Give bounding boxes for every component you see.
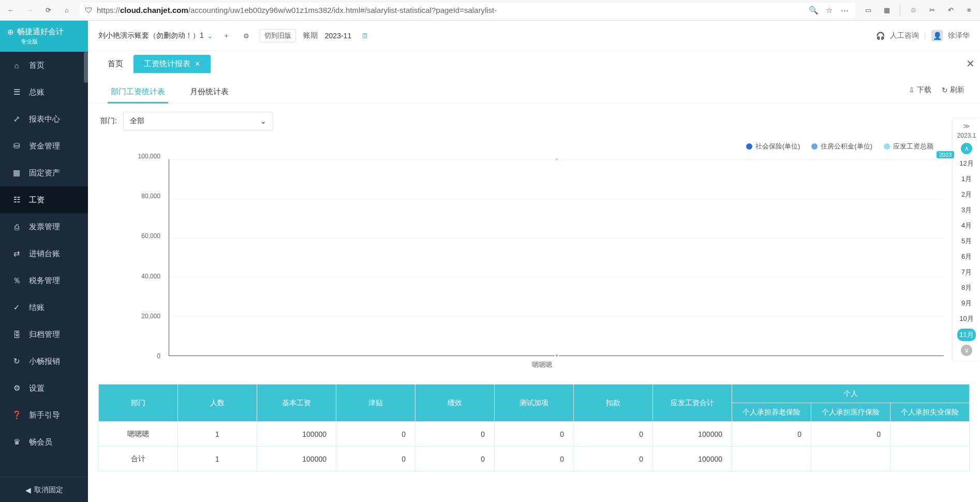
- sidebar-item-7[interactable]: ⇄进销台账: [0, 240, 88, 267]
- avatar[interactable]: 👤: [931, 30, 943, 41]
- scroll-down-button[interactable]: ∨: [961, 345, 972, 356]
- undo-icon[interactable]: ↶: [945, 5, 956, 16]
- more-icon[interactable]: ⋯: [839, 5, 850, 16]
- tab-home[interactable]: 首页: [97, 55, 133, 73]
- consult-link[interactable]: 人工咨询: [890, 31, 919, 40]
- month-item[interactable]: 9月: [953, 296, 980, 311]
- cell: 1: [178, 422, 257, 447]
- salary-table: 部门人数基本工资津贴绩效测试加项扣款应发工资合计个人个人承担养老保险个人承担医疗…: [88, 384, 980, 471]
- month-item[interactable]: 2月: [953, 187, 980, 202]
- collapse-icon[interactable]: ≫: [963, 122, 970, 130]
- month-item[interactable]: 12月: [953, 156, 980, 171]
- refresh-button[interactable]: ↻ 刷新: [942, 85, 964, 95]
- cell: [890, 422, 970, 447]
- cell: 合计: [99, 447, 178, 471]
- cell: 1: [178, 447, 257, 471]
- cell: [890, 447, 970, 471]
- legend-housing-fund: 住房公积金(单位): [811, 142, 872, 151]
- url-bar[interactable]: 🛡 https://cloud.chanjet.com/accounting/u…: [80, 3, 855, 18]
- col-header: 津贴: [336, 385, 415, 422]
- month-item[interactable]: 6月: [953, 249, 980, 264]
- zoom-icon[interactable]: 🔍: [808, 5, 819, 16]
- month-item[interactable]: 10月: [953, 311, 980, 327]
- bookmark-icon[interactable]: ✩: [908, 5, 919, 16]
- month-panel-header: 2023.1: [957, 132, 976, 141]
- nav-icon: ⇄: [11, 249, 22, 258]
- month-item[interactable]: 5月: [953, 233, 980, 249]
- sidebar-item-5[interactable]: ☷工资: [0, 186, 88, 213]
- reload-icon[interactable]: ⟳: [42, 5, 54, 16]
- sidebar-item-13[interactable]: ❓新手引导: [0, 402, 88, 429]
- nav-label: 发票管理: [29, 222, 60, 232]
- col-header: 扣款: [574, 385, 653, 422]
- add-account-button[interactable]: ＋: [220, 29, 233, 42]
- sidebar-item-10[interactable]: 🗄归档管理: [0, 321, 88, 348]
- back-icon[interactable]: ←: [5, 5, 17, 16]
- account-selector[interactable]: 刘小艳演示账套（勿删勿动！）1 ⌄: [98, 31, 213, 40]
- reader-icon[interactable]: ▭: [863, 5, 874, 16]
- filter-label: 部门:: [100, 116, 117, 126]
- account-name: 刘小艳演示账套（勿删勿动！）1: [98, 31, 204, 40]
- period-label: 账期: [303, 31, 318, 40]
- month-item[interactable]: 8月: [953, 280, 980, 296]
- star-icon[interactable]: ☆: [823, 5, 835, 16]
- url-text: https://cloud.chanjet.com/accounting/uw1…: [97, 6, 804, 14]
- sidebar-scrollbar[interactable]: [84, 52, 88, 83]
- nav-label: 资金管理: [29, 141, 60, 151]
- old-version-button[interactable]: 切到旧版: [260, 29, 296, 42]
- sidebar-toggle[interactable]: ◀ 取消固定: [0, 477, 88, 502]
- cell: 100000: [257, 447, 336, 471]
- sidebar-item-9[interactable]: ✓结账: [0, 294, 88, 321]
- sidebar-item-11[interactable]: ↻小畅报销: [0, 348, 88, 375]
- cell: 0: [574, 422, 653, 447]
- month-item[interactable]: 1月: [953, 171, 980, 187]
- home-icon[interactable]: ⌂: [61, 5, 72, 16]
- x-axis-label: 嗯嗯嗯: [532, 360, 552, 370]
- nav-icon: ⎙: [11, 223, 22, 231]
- cell: 0: [811, 422, 890, 447]
- tab-salary-report[interactable]: 工资统计报表 ✕: [133, 55, 211, 73]
- sidebar-item-8[interactable]: ％税务管理: [0, 267, 88, 294]
- cell: 0: [495, 447, 574, 471]
- cut-icon[interactable]: ✂: [926, 5, 938, 16]
- month-item[interactable]: 11月: [957, 329, 976, 341]
- filter-row: 部门: 全部 ⌄: [88, 104, 980, 139]
- sidebar-item-14[interactable]: ♛畅会员: [0, 429, 88, 455]
- nav-label: 进销台账: [29, 249, 60, 259]
- nav-label: 报表中心: [29, 114, 60, 124]
- nav-label: 税务管理: [29, 276, 60, 286]
- sidebar-item-12[interactable]: ⚙设置: [0, 375, 88, 402]
- sidebar-item-2[interactable]: ⤢报表中心: [0, 106, 88, 132]
- calendar-icon[interactable]: 🗓: [359, 29, 371, 42]
- sidebar-item-1[interactable]: ☰总账: [0, 79, 88, 106]
- close-icon[interactable]: ✕: [195, 60, 200, 68]
- browser-toolbar: ← → ⟳ ⌂ 🛡 https://cloud.chanjet.com/acco…: [0, 0, 980, 21]
- col-header: 个人承担医疗保险: [811, 403, 890, 422]
- close-all-tabs[interactable]: ✕: [966, 57, 975, 70]
- department-select[interactable]: 全部 ⌄: [123, 112, 273, 130]
- month-item[interactable]: 7月: [953, 264, 980, 280]
- sidebar-item-0[interactable]: ⌂首页: [0, 52, 88, 79]
- sidebar-item-4[interactable]: ▦固定资产: [0, 159, 88, 186]
- col-group-header: 个人: [732, 385, 970, 403]
- page-tabs: 首页 工资统计报表 ✕ ✕: [88, 51, 980, 77]
- apps-icon[interactable]: ▦: [881, 5, 893, 16]
- nav-label: 新手引导: [29, 410, 60, 420]
- forward-icon[interactable]: →: [24, 5, 35, 16]
- sidebar-item-6[interactable]: ⎙发票管理: [0, 213, 88, 240]
- subtab-month[interactable]: 月份统计表: [177, 81, 241, 103]
- cell: 0: [732, 422, 811, 447]
- subtab-department[interactable]: 部门工资统计表: [98, 81, 177, 103]
- month-item[interactable]: 4月: [953, 218, 980, 233]
- scroll-up-button[interactable]: ∧: [961, 143, 972, 154]
- month-item[interactable]: 3月: [953, 202, 980, 218]
- menu-icon[interactable]: ≡: [963, 5, 975, 16]
- chart-legend: 社会保险(单位) 住房公积金(单位) 应发工资总额: [119, 139, 964, 156]
- settings-icon[interactable]: ⚙: [240, 29, 253, 42]
- sidebar-item-3[interactable]: ⛁资金管理: [0, 132, 88, 159]
- logo-subtitle: 专业版: [21, 38, 88, 46]
- nav-label: 设置: [29, 383, 44, 393]
- nav-label: 畅会员: [29, 437, 52, 447]
- download-button[interactable]: ⇩ 下载: [909, 85, 931, 95]
- col-header: 绩效: [415, 385, 495, 422]
